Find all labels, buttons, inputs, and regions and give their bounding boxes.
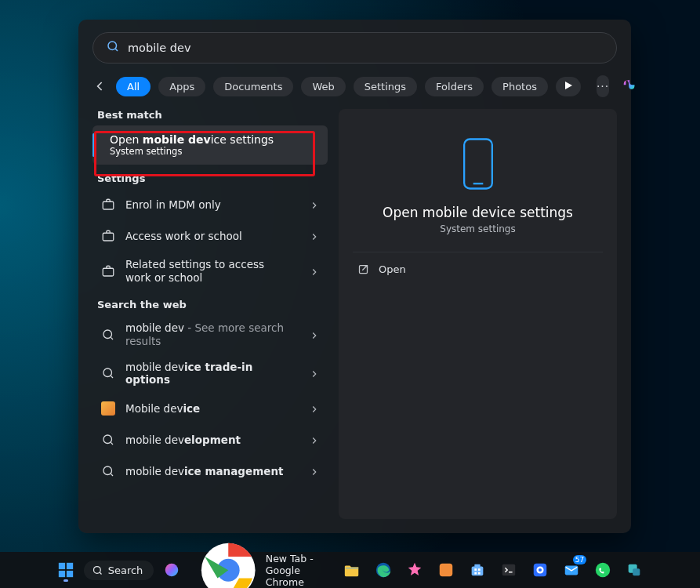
search-icon xyxy=(100,432,116,448)
taskbar-app-orange[interactable] xyxy=(433,557,459,583)
copilot-icon[interactable] xyxy=(622,78,639,95)
taskbar-search[interactable]: Search xyxy=(84,561,154,580)
taskbar-copilot[interactable] xyxy=(158,557,185,583)
search-bar[interactable] xyxy=(92,32,617,64)
start-button[interactable] xyxy=(53,557,79,583)
selection-accent xyxy=(92,133,95,157)
chrome-window-title: New Tab - Google Chrome xyxy=(266,553,328,588)
taskbar: Search New Tab - Google Chrome 57 xyxy=(0,552,700,588)
briefcase-icon xyxy=(100,263,116,279)
result-related-work[interactable]: Related settings to access work or schoo… xyxy=(92,252,328,291)
svg-point-6 xyxy=(103,368,112,377)
open-external-icon xyxy=(357,263,369,275)
search-icon xyxy=(100,463,116,479)
taskbar-app-teal[interactable] xyxy=(621,557,647,583)
web-result-3[interactable]: mobile development xyxy=(92,424,328,456)
preview-open-action[interactable]: Open xyxy=(339,252,617,286)
search-input[interactable] xyxy=(128,42,604,54)
svg-rect-11 xyxy=(59,563,65,569)
svg-rect-2 xyxy=(103,201,114,209)
svg-rect-26 xyxy=(478,572,481,575)
taskbar-whatsapp[interactable] xyxy=(589,557,616,583)
filter-documents[interactable]: Documents xyxy=(213,77,293,96)
svg-point-30 xyxy=(539,568,542,572)
preview-title: Open mobile device settings xyxy=(383,205,573,220)
briefcase-icon xyxy=(100,228,116,244)
chevron-right-icon xyxy=(309,403,320,414)
chevron-right-icon xyxy=(309,199,320,210)
preview-pane: Open mobile device settings System setti… xyxy=(339,109,617,519)
mail-badge: 57 xyxy=(573,555,586,564)
filter-row: All Apps Documents Web Settings Folders … xyxy=(92,73,617,100)
phone-large-icon xyxy=(462,137,495,194)
svg-rect-21 xyxy=(472,566,484,575)
image-tile-icon xyxy=(100,401,116,416)
svg-point-7 xyxy=(103,435,112,444)
taskbar-mail[interactable]: 57 xyxy=(558,557,585,583)
chevron-right-icon xyxy=(309,266,320,277)
filter-apps[interactable]: Apps xyxy=(158,77,205,96)
chevron-right-icon xyxy=(309,466,320,477)
section-settings-label: Settings xyxy=(97,172,328,184)
svg-point-15 xyxy=(93,566,100,573)
filter-settings[interactable]: Settings xyxy=(354,77,417,96)
taskbar-app-circle[interactable] xyxy=(527,557,553,583)
taskbar-terminal[interactable] xyxy=(495,557,522,583)
chevron-right-icon xyxy=(309,434,320,445)
start-search-panel: All Apps Documents Web Settings Folders … xyxy=(78,20,631,533)
svg-rect-9 xyxy=(464,140,492,189)
best-match-subtitle: System settings xyxy=(110,146,274,157)
svg-rect-14 xyxy=(67,571,73,577)
web-result-4[interactable]: mobile device management xyxy=(92,456,328,487)
best-match-title: Open mobile device settings xyxy=(110,133,274,146)
result-enrol-mdm[interactable]: Enrol in MDM only xyxy=(92,189,328,220)
svg-rect-13 xyxy=(59,571,65,577)
filter-more-play[interactable] xyxy=(556,77,581,96)
chevron-right-icon xyxy=(309,230,320,241)
svg-rect-27 xyxy=(502,564,516,576)
svg-rect-25 xyxy=(475,572,477,575)
web-result-0[interactable]: mobile dev - See more search results xyxy=(92,315,328,354)
filter-web[interactable]: Web xyxy=(301,77,345,96)
taskbar-store[interactable] xyxy=(464,557,491,583)
chevron-right-icon xyxy=(309,368,320,379)
svg-rect-22 xyxy=(475,564,481,568)
svg-rect-23 xyxy=(475,568,477,571)
search-icon xyxy=(100,365,116,381)
filter-photos[interactable]: Photos xyxy=(491,77,548,96)
svg-rect-3 xyxy=(103,233,114,241)
overflow-button[interactable]: ··· xyxy=(597,75,609,97)
svg-point-8 xyxy=(103,466,112,475)
web-result-2[interactable]: Mobile device xyxy=(92,393,328,424)
preview-subtitle: System settings xyxy=(440,223,515,234)
svg-rect-12 xyxy=(67,563,73,569)
result-best-match[interactable]: Open mobile device settings System setti… xyxy=(92,125,328,165)
taskbar-search-label: Search xyxy=(108,564,143,576)
back-button[interactable] xyxy=(92,76,108,96)
briefcase-icon xyxy=(100,197,116,212)
svg-rect-4 xyxy=(103,268,114,276)
results-column: Best match Open mobile device settings S… xyxy=(92,109,328,519)
svg-rect-20 xyxy=(440,564,453,577)
section-web-label: Search the web xyxy=(97,299,328,310)
preview-open-label: Open xyxy=(379,263,406,275)
svg-point-16 xyxy=(165,564,179,577)
svg-point-0 xyxy=(108,42,117,50)
taskbar-chrome[interactable]: New Tab - Google Chrome xyxy=(190,535,334,588)
result-access-work[interactable]: Access work or school xyxy=(92,220,328,252)
taskbar-explorer[interactable] xyxy=(339,557,365,583)
search-icon xyxy=(106,39,120,56)
web-result-1[interactable]: mobile device trade-in options xyxy=(92,354,328,394)
svg-point-32 xyxy=(596,563,610,577)
svg-rect-34 xyxy=(633,568,640,575)
taskbar-app-star[interactable] xyxy=(401,557,428,583)
search-icon xyxy=(100,327,116,343)
svg-rect-24 xyxy=(478,568,481,571)
section-best-match: Best match xyxy=(97,109,328,121)
svg-point-5 xyxy=(103,330,112,339)
taskbar-edge[interactable] xyxy=(370,557,397,583)
filter-folders[interactable]: Folders xyxy=(425,77,484,96)
chevron-right-icon xyxy=(309,329,320,340)
filter-all[interactable]: All xyxy=(116,77,151,96)
